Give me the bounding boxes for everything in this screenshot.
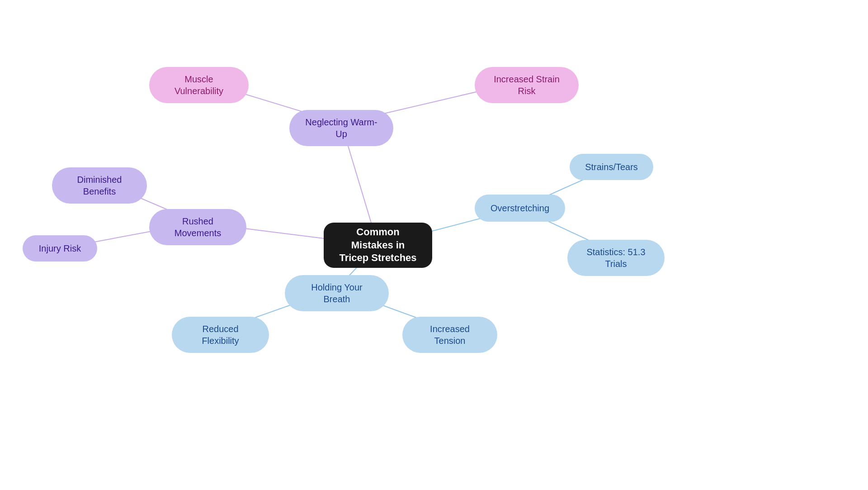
statistics-node: Statistics: 51.3 Trials (567, 240, 665, 276)
diminished-benefits-node: Diminished Benefits (52, 167, 147, 204)
increased-strain-risk-node: Increased Strain Risk (475, 67, 579, 103)
center-label: Common Mistakes in Tricep Stretches (336, 226, 420, 265)
neglecting-warmup-node: Neglecting Warm-Up (289, 110, 393, 146)
strains-tears-node: Strains/Tears (570, 154, 653, 180)
increased-tension-node: Increased Tension (402, 317, 497, 353)
muscle-vulnerability-node: Muscle Vulnerability (149, 67, 249, 103)
rushed-movements-node: Rushed Movements (149, 209, 246, 245)
injury-risk-node: Injury Risk (23, 235, 97, 262)
center-node: Common Mistakes in Tricep Stretches (324, 223, 432, 268)
holding-breath-node: Holding Your Breath (285, 275, 389, 311)
overstretching-node: Overstretching (475, 195, 565, 222)
reduced-flexibility-node: Reduced Flexibility (172, 317, 269, 353)
